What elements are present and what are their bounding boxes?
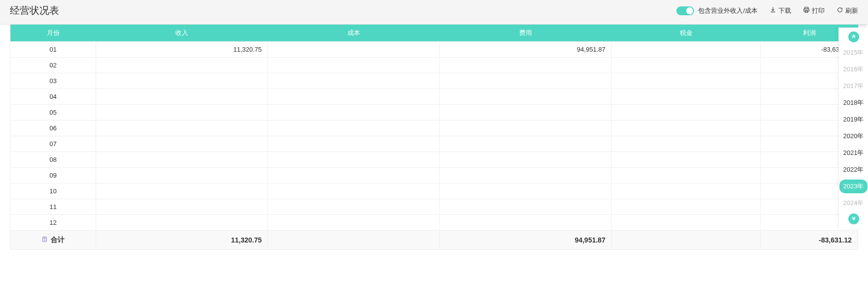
- cell-month[interactable]: 09: [10, 168, 96, 183]
- cell-tax[interactable]: [611, 168, 760, 183]
- cell-tax[interactable]: [611, 136, 760, 152]
- download-button[interactable]: 下载: [769, 6, 791, 15]
- svg-point-8: [43, 241, 44, 241]
- year-item[interactable]: 2019年: [839, 111, 868, 128]
- cell-cost[interactable]: [268, 89, 440, 105]
- cell-cost[interactable]: [268, 152, 440, 168]
- print-icon: [803, 6, 810, 15]
- cell-expense[interactable]: [440, 215, 612, 231]
- cell-month[interactable]: 05: [10, 105, 96, 121]
- cell-month[interactable]: 01: [10, 42, 96, 58]
- year-scroll-up-button[interactable]: [848, 31, 859, 42]
- table-row: 10: [10, 183, 858, 199]
- cell-expense[interactable]: [440, 168, 612, 183]
- table-wrap: » 月份 收入 成本 费用 税金 利润 0111,320.7594,951.87…: [0, 25, 868, 250]
- chevron-double-down-icon: [851, 216, 856, 222]
- cell-tax[interactable]: [611, 89, 760, 105]
- cell-expense[interactable]: [440, 105, 612, 121]
- refresh-button[interactable]: 刷新: [836, 6, 858, 15]
- cell-cost[interactable]: [268, 136, 440, 152]
- cell-cost[interactable]: [268, 73, 440, 89]
- cell-month[interactable]: 03: [10, 73, 96, 89]
- chevron-double-up-icon: [851, 34, 856, 40]
- year-item: 2015年: [839, 44, 868, 61]
- cell-month[interactable]: 07: [10, 136, 96, 152]
- cell-month[interactable]: 04: [10, 89, 96, 105]
- cell-revenue[interactable]: [96, 105, 268, 121]
- calculator-icon: [41, 236, 48, 244]
- cell-cost[interactable]: [268, 42, 440, 58]
- year-nav: 2015年2016年2017年2018年2019年2020年2021年2022年…: [838, 28, 868, 228]
- cell-tax[interactable]: [611, 105, 760, 121]
- business-table: 月份 收入 成本 费用 税金 利润 0111,320.7594,951.87-8…: [10, 25, 858, 250]
- cell-cost[interactable]: [268, 121, 440, 136]
- download-icon: [769, 6, 776, 15]
- cell-expense[interactable]: [440, 136, 612, 152]
- table-row: 11: [10, 199, 858, 215]
- cell-revenue[interactable]: [96, 199, 268, 215]
- year-item[interactable]: 2023年: [839, 180, 868, 193]
- cell-revenue[interactable]: [96, 136, 268, 152]
- table-row: 06: [10, 121, 858, 136]
- cell-revenue[interactable]: [96, 89, 268, 105]
- cell-tax[interactable]: [611, 199, 760, 215]
- col-tax: 税金: [611, 25, 760, 42]
- cell-cost[interactable]: [268, 105, 440, 121]
- cell-tax[interactable]: [611, 183, 760, 199]
- cell-month[interactable]: 02: [10, 58, 96, 73]
- total-label-cell: 合计: [10, 231, 96, 250]
- year-item: 2016年: [839, 61, 868, 78]
- cell-cost[interactable]: [268, 168, 440, 183]
- cell-revenue[interactable]: [96, 73, 268, 89]
- cell-tax[interactable]: [611, 121, 760, 136]
- year-item[interactable]: 2020年: [839, 128, 868, 145]
- include-nonoperating-toggle[interactable]: [676, 6, 694, 15]
- cell-tax[interactable]: [611, 58, 760, 73]
- cell-cost[interactable]: [268, 215, 440, 231]
- cell-expense[interactable]: [440, 199, 612, 215]
- cell-revenue[interactable]: [96, 121, 268, 136]
- cell-cost[interactable]: [268, 58, 440, 73]
- cell-revenue[interactable]: [96, 58, 268, 73]
- cell-tax[interactable]: [611, 73, 760, 89]
- print-button[interactable]: 打印: [803, 6, 825, 15]
- cell-revenue[interactable]: [96, 168, 268, 183]
- table-row: 08: [10, 152, 858, 168]
- cell-month[interactable]: 10: [10, 183, 96, 199]
- cell-month[interactable]: 08: [10, 152, 96, 168]
- cell-month[interactable]: 12: [10, 215, 96, 231]
- cell-revenue[interactable]: [96, 215, 268, 231]
- cell-expense[interactable]: [440, 73, 612, 89]
- print-label: 打印: [812, 6, 825, 15]
- cell-expense[interactable]: [440, 152, 612, 168]
- year-item[interactable]: 2022年: [839, 161, 868, 178]
- total-row: 合计 11,320.75 94,951.87 -83,631.12: [10, 231, 858, 250]
- table-row: 04: [10, 89, 858, 105]
- cell-tax[interactable]: [611, 42, 760, 58]
- svg-rect-2: [805, 11, 807, 13]
- cell-expense[interactable]: [440, 121, 612, 136]
- year-scroll-down-button[interactable]: [848, 213, 859, 224]
- table-row: 0111,320.7594,951.87-83,631.12: [10, 42, 858, 58]
- svg-point-10: [45, 241, 46, 241]
- cell-revenue[interactable]: [96, 152, 268, 168]
- total-profit: -83,631.12: [761, 231, 858, 250]
- cell-revenue[interactable]: [96, 183, 268, 199]
- year-item[interactable]: 2018年: [839, 94, 868, 111]
- cell-revenue[interactable]: 11,320.75: [96, 42, 268, 58]
- cell-expense[interactable]: 94,951.87: [440, 42, 612, 58]
- cell-expense[interactable]: [440, 89, 612, 105]
- cell-cost[interactable]: [268, 199, 440, 215]
- cell-tax[interactable]: [611, 215, 760, 231]
- svg-point-7: [45, 240, 46, 240]
- cell-month[interactable]: 11: [10, 199, 96, 215]
- cell-expense[interactable]: [440, 58, 612, 73]
- cell-expense[interactable]: [440, 183, 612, 199]
- cell-cost[interactable]: [268, 183, 440, 199]
- col-cost: 成本: [268, 25, 440, 42]
- cell-month[interactable]: 06: [10, 121, 96, 136]
- cell-tax[interactable]: [611, 152, 760, 168]
- year-item[interactable]: 2021年: [839, 145, 868, 161]
- table-row: 07: [10, 136, 858, 152]
- year-item: 2024年: [839, 195, 868, 211]
